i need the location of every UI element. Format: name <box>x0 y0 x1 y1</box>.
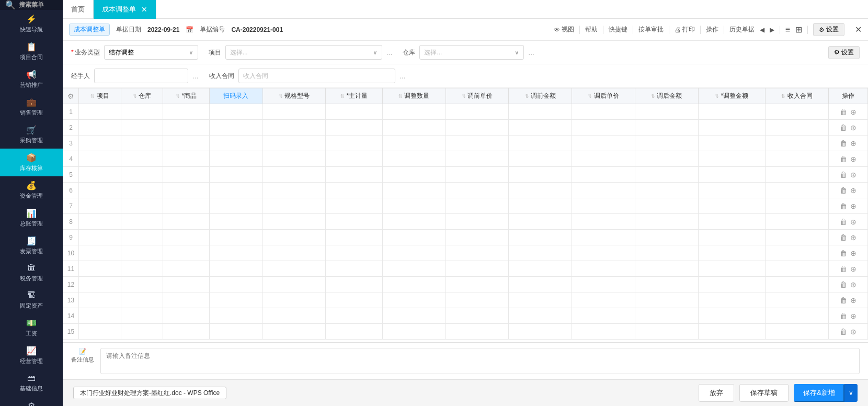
table-cell[interactable] <box>163 167 209 183</box>
table-cell[interactable] <box>635 230 698 245</box>
table-cell[interactable] <box>209 151 262 167</box>
delete-icon[interactable]: 🗑 <box>840 123 847 132</box>
copy-icon[interactable]: ⊕ <box>850 218 856 226</box>
table-cell[interactable] <box>382 292 446 308</box>
delete-icon[interactable]: 🗑 <box>840 186 847 195</box>
table-cell[interactable] <box>262 198 326 214</box>
table-cell[interactable] <box>382 245 446 261</box>
table-cell[interactable] <box>163 120 209 136</box>
table-cell[interactable] <box>446 292 509 308</box>
table-cell[interactable] <box>382 214 446 230</box>
table-cell[interactable] <box>326 214 383 230</box>
table-cell[interactable] <box>163 183 209 198</box>
table-cell[interactable] <box>509 104 572 120</box>
table-cell[interactable] <box>446 120 509 136</box>
table-cell[interactable] <box>572 230 635 245</box>
operator-input[interactable] <box>94 69 188 83</box>
table-cell[interactable] <box>262 104 326 120</box>
sidebar-search-label[interactable]: 搜索菜单 <box>19 1 44 9</box>
income-contract-input[interactable]: 收入合同 <box>238 69 395 83</box>
project-more-btn[interactable]: ... <box>386 48 393 57</box>
sidebar-item-invoice[interactable]: 🧾 发票管理 <box>0 232 63 260</box>
col-settings[interactable]: ⚙ <box>63 88 79 104</box>
table-cell[interactable] <box>509 245 572 261</box>
table-cell[interactable] <box>635 245 698 261</box>
table-cell[interactable] <box>121 214 163 230</box>
table-cell[interactable] <box>121 120 163 136</box>
copy-icon[interactable]: ⊕ <box>850 139 856 148</box>
settings-btn[interactable]: ⚙ 设置 <box>813 23 844 36</box>
table-cell[interactable] <box>698 277 766 292</box>
table-cell[interactable] <box>382 167 446 183</box>
table-cell[interactable] <box>163 308 209 324</box>
nav-left-btn[interactable]: ◀ <box>760 26 764 33</box>
delete-icon[interactable]: 🗑 <box>840 218 847 226</box>
table-cell[interactable] <box>572 308 635 324</box>
sidebar-item-sales-promotion[interactable]: 📢 营销推广 <box>0 65 63 93</box>
table-cell[interactable] <box>509 292 572 308</box>
table-cell[interactable] <box>509 324 572 340</box>
save-new-button[interactable]: 保存&新增 <box>794 384 844 402</box>
table-cell[interactable] <box>446 104 509 120</box>
table-cell[interactable] <box>572 198 635 214</box>
table-cell[interactable] <box>572 167 635 183</box>
table-cell[interactable] <box>572 104 635 120</box>
table-cell[interactable] <box>382 104 446 120</box>
delete-icon[interactable]: 🗑 <box>840 328 847 336</box>
table-cell[interactable] <box>698 308 766 324</box>
delete-icon[interactable]: 🗑 <box>840 139 847 148</box>
table-cell[interactable] <box>509 277 572 292</box>
copy-icon[interactable]: ⊕ <box>850 265 856 273</box>
table-cell[interactable] <box>509 167 572 183</box>
table-cell[interactable] <box>766 324 829 340</box>
table-cell[interactable] <box>446 277 509 292</box>
copy-icon[interactable]: ⊕ <box>850 296 856 304</box>
settings-form-btn[interactable]: ⚙ 设置 <box>828 46 860 59</box>
table-cell[interactable] <box>79 136 121 151</box>
table-cell[interactable] <box>209 183 262 198</box>
table-cell[interactable] <box>262 308 326 324</box>
delete-icon[interactable]: 🗑 <box>840 249 847 257</box>
table-cell[interactable] <box>698 198 766 214</box>
table-cell[interactable] <box>121 261 163 277</box>
table-cell[interactable] <box>509 183 572 198</box>
table-cell[interactable] <box>635 198 698 214</box>
table-cell[interactable] <box>79 198 121 214</box>
table-cell[interactable] <box>382 120 446 136</box>
sidebar-item-project-contract[interactable]: 📋 项目合同 <box>0 38 63 65</box>
sidebar-item-operations[interactable]: 📈 经营管理 <box>0 342 63 369</box>
table-cell[interactable] <box>163 104 209 120</box>
table-cell[interactable] <box>635 120 698 136</box>
table-cell[interactable] <box>635 292 698 308</box>
table-cell[interactable] <box>262 230 326 245</box>
tab-home[interactable]: 首页 <box>63 0 94 19</box>
remark-input[interactable] <box>100 348 860 374</box>
table-cell[interactable] <box>509 230 572 245</box>
table-cell[interactable] <box>121 245 163 261</box>
nav-right-btn[interactable]: ▶ <box>770 26 774 33</box>
table-cell[interactable] <box>79 245 121 261</box>
table-cell[interactable] <box>446 183 509 198</box>
table-cell[interactable] <box>509 308 572 324</box>
table-cell[interactable] <box>446 151 509 167</box>
sidebar-item-ledger[interactable]: 📊 总账管理 <box>0 204 63 232</box>
table-cell[interactable] <box>79 292 121 308</box>
table-cell[interactable] <box>121 151 163 167</box>
operate-btn[interactable]: 操作 <box>706 25 718 34</box>
sidebar-item-fixed-assets[interactable]: 🏗 固定资产 <box>0 287 63 314</box>
table-cell[interactable] <box>635 324 698 340</box>
table-cell[interactable] <box>163 151 209 167</box>
table-cell[interactable] <box>326 136 383 151</box>
table-cell[interactable] <box>635 261 698 277</box>
table-cell[interactable] <box>163 261 209 277</box>
table-cell[interactable] <box>209 245 262 261</box>
table-cell[interactable] <box>262 214 326 230</box>
table-cell[interactable] <box>121 104 163 120</box>
copy-icon[interactable]: ⊕ <box>850 280 856 289</box>
table-cell[interactable] <box>572 214 635 230</box>
tab-cost-adjust[interactable]: 成本调整单 ✕ <box>94 0 156 19</box>
table-cell[interactable] <box>698 230 766 245</box>
table-cell[interactable] <box>209 277 262 292</box>
delete-icon[interactable]: 🗑 <box>840 233 847 242</box>
table-cell[interactable] <box>121 230 163 245</box>
